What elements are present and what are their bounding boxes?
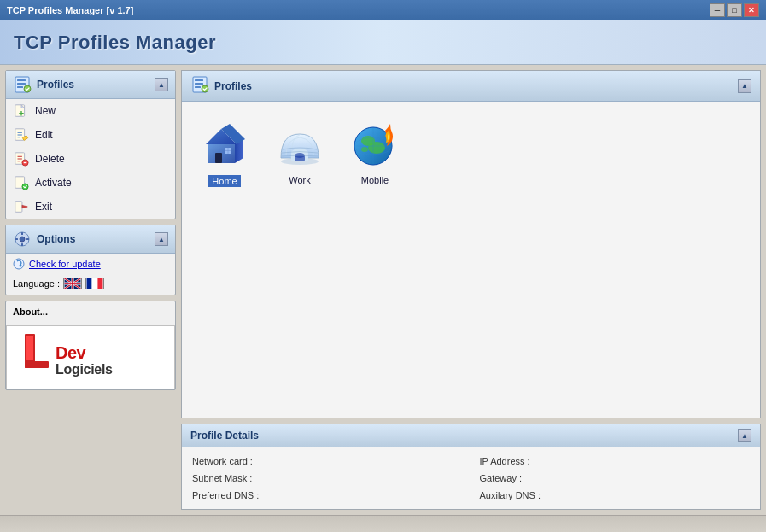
svg-point-68: [368, 142, 385, 154]
svg-point-30: [20, 265, 22, 267]
detail-network-card: Network card :: [192, 454, 463, 468]
mobile-profile-icon: [349, 119, 401, 170]
activate-label: Activate: [35, 177, 72, 189]
check-update-link[interactable]: Check for update: [6, 254, 175, 274]
svg-rect-26: [21, 243, 23, 246]
sidebar-item-new[interactable]: New: [6, 99, 175, 123]
main-container: Profiles ▲ New: [0, 65, 766, 515]
mobile-profile-label: Mobile: [361, 175, 389, 185]
svg-rect-3: [17, 86, 23, 88]
about-section: About... Dev Logiciels: [5, 301, 176, 390]
work-profile-icon: [274, 119, 325, 170]
svg-rect-1: [17, 79, 26, 81]
home-profile-icon: [199, 119, 250, 170]
maximize-button[interactable]: □: [727, 3, 742, 17]
new-label: New: [35, 105, 56, 117]
delete-icon: [13, 150, 30, 167]
svg-rect-57: [215, 153, 222, 163]
title-bar: TCP Profiles Manager [v 1.7] ─ □ ✕: [0, 0, 766, 20]
delete-label: Delete: [35, 153, 65, 165]
minimize-button[interactable]: ─: [710, 3, 725, 17]
activate-icon: [13, 174, 30, 191]
svg-rect-42: [97, 278, 102, 289]
sidebar-item-edit[interactable]: Edit: [6, 123, 175, 147]
svg-rect-49: [195, 79, 203, 81]
svg-rect-28: [26, 238, 29, 240]
profiles-panel-header: Profiles ▲: [182, 71, 760, 102]
profiles-grid: Home: [182, 102, 760, 204]
svg-rect-40: [87, 278, 92, 289]
svg-rect-41: [92, 278, 98, 289]
svg-rect-2: [17, 83, 26, 85]
sidebar: Profiles ▲ New: [5, 70, 176, 510]
new-icon: [13, 102, 30, 120]
status-bar: [0, 515, 766, 532]
sidebar-item-delete[interactable]: Delete: [6, 147, 175, 171]
app-header: TCP Profiles Manager: [0, 20, 766, 65]
profiles-section-icon: [13, 75, 32, 94]
edit-label: Edit: [35, 129, 53, 141]
detail-subnet-mask: Subnet Mask :: [192, 471, 463, 485]
app-title: TCP Profiles Manager: [14, 32, 216, 54]
options-section-label: Options: [37, 233, 75, 245]
options-section-header: Options ▲: [6, 225, 175, 254]
svg-rect-25: [21, 232, 23, 235]
flag-uk[interactable]: [63, 278, 82, 289]
close-button[interactable]: ✕: [744, 3, 759, 17]
detail-ip-address: IP Address :: [480, 454, 751, 468]
profiles-panel-icon: [190, 75, 209, 96]
about-label: About...: [6, 301, 175, 322]
svg-rect-21: [15, 202, 22, 213]
title-bar-buttons: ─ □ ✕: [710, 3, 759, 17]
details-collapse-button[interactable]: ▲: [738, 429, 751, 442]
profile-details-panel: Profile Details ▲ Network card : IP Addr…: [181, 424, 761, 510]
svg-rect-27: [15, 238, 18, 240]
options-section: Options ▲ Check for update Language :: [5, 225, 176, 295]
profiles-section: Profiles ▲ New: [5, 70, 176, 219]
svg-text:Logiciels: Logiciels: [56, 362, 113, 377]
profiles-section-header: Profiles ▲: [6, 71, 175, 99]
profiles-panel-label: Profiles: [214, 80, 252, 92]
svg-rect-51: [195, 86, 201, 88]
flag-fr[interactable]: [85, 278, 104, 289]
options-section-icon: [13, 230, 32, 248]
detail-gateway: Gateway :: [480, 471, 751, 485]
svg-text:Dev: Dev: [56, 343, 87, 362]
sidebar-item-activate[interactable]: Activate: [6, 171, 175, 195]
svg-point-69: [361, 147, 368, 152]
svg-point-24: [20, 237, 25, 242]
exit-label: Exit: [35, 201, 52, 213]
work-profile-label: Work: [289, 175, 310, 185]
details-panel-label: Profile Details: [190, 430, 259, 441]
right-panel: Profiles ▲: [181, 70, 761, 510]
svg-point-52: [202, 85, 208, 92]
profiles-panel: Profiles ▲: [181, 70, 761, 418]
profiles-panel-collapse[interactable]: ▲: [738, 79, 751, 93]
devlogiciels-logo-svg: Dev Logiciels: [18, 330, 163, 385]
svg-rect-44: [25, 361, 49, 368]
edit-icon: [13, 126, 30, 143]
profiles-collapse-button[interactable]: ▲: [155, 78, 168, 91]
language-selector: Language :: [6, 274, 175, 295]
svg-point-20: [22, 184, 28, 190]
svg-rect-50: [195, 83, 203, 85]
svg-rect-45: [26, 336, 33, 360]
profile-item-mobile[interactable]: Mobile: [346, 115, 404, 190]
profiles-section-label: Profiles: [37, 79, 74, 91]
about-logo: Dev Logiciels: [6, 325, 175, 389]
detail-auxilary-dns: Auxilary DNS :: [480, 488, 751, 502]
profile-item-work[interactable]: Work: [271, 115, 329, 190]
window-title: TCP Profiles Manager [v 1.7]: [7, 5, 133, 15]
detail-preferred-dns: Preferred DNS :: [192, 488, 463, 502]
exit-icon: [13, 198, 30, 215]
home-profile-label: Home: [208, 175, 240, 187]
details-panel-header: Profile Details ▲: [182, 424, 760, 447]
options-collapse-button[interactable]: ▲: [155, 232, 168, 246]
profile-item-home[interactable]: Home: [196, 115, 254, 190]
svg-point-4: [24, 85, 31, 92]
update-icon: [13, 258, 25, 270]
sidebar-item-exit[interactable]: Exit: [6, 195, 175, 219]
details-content: Network card : IP Address : Subnet Mask …: [182, 447, 760, 509]
